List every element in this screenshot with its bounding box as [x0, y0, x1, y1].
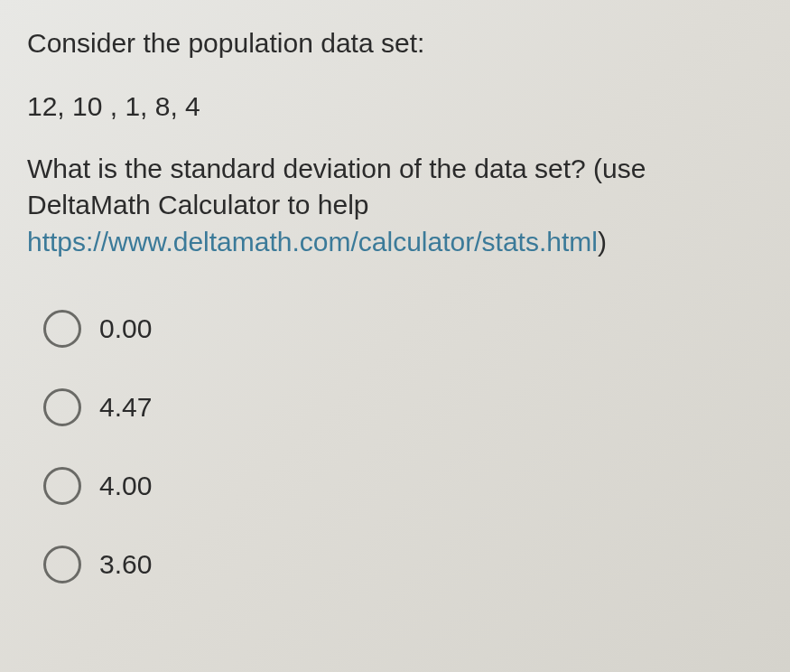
calculator-link[interactable]: https://www.deltamath.com/calculator/sta… — [27, 227, 598, 257]
options-group: 0.00 4.47 4.00 3.60 — [27, 310, 763, 583]
question-prompt: What is the standard deviation of the da… — [27, 151, 763, 261]
option-1[interactable]: 4.47 — [43, 388, 763, 426]
option-label: 4.47 — [99, 392, 152, 423]
question-dataset: 12, 10 , 1, 8, 4 — [27, 91, 763, 122]
radio-icon[interactable] — [43, 310, 81, 348]
question-prompt-text: What is the standard deviation of the da… — [27, 154, 646, 220]
option-0[interactable]: 0.00 — [43, 310, 763, 348]
option-label: 4.00 — [99, 471, 152, 501]
question-intro: Consider the population data set: — [27, 25, 763, 62]
option-2[interactable]: 4.00 — [43, 467, 763, 505]
option-3[interactable]: 3.60 — [43, 546, 763, 583]
radio-icon[interactable] — [43, 467, 81, 505]
option-label: 3.60 — [99, 549, 152, 580]
question-container: Consider the population data set: 12, 10… — [27, 25, 763, 260]
question-prompt-close: ) — [598, 227, 607, 257]
radio-icon[interactable] — [43, 546, 81, 583]
radio-icon[interactable] — [43, 388, 81, 426]
option-label: 0.00 — [99, 313, 152, 344]
